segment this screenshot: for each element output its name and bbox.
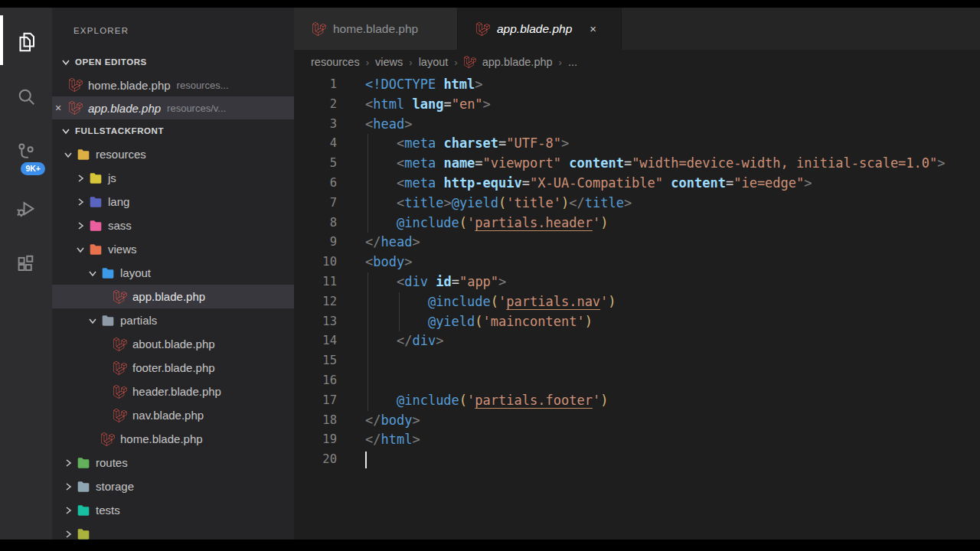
chevron-down-icon [84, 267, 101, 279]
search-icon[interactable] [0, 68, 52, 124]
tree-item-sass[interactable]: sass [52, 214, 294, 237]
tree-item-label: storage [96, 480, 134, 493]
tab-bar: home.blade.phpapp.blade.php× [294, 8, 980, 50]
close-icon[interactable]: × [52, 102, 64, 114]
tree-item-footer-blade-php[interactable]: footer.blade.php [52, 356, 294, 380]
code-token: ' [467, 215, 475, 230]
line-number: 4 [294, 134, 337, 154]
line-number: 11 [294, 272, 337, 292]
tree-item-layout[interactable]: layout [52, 261, 294, 285]
line-number: 5 [294, 154, 337, 174]
code-token: < [397, 135, 404, 151]
line-content: </div> [365, 331, 443, 351]
tree-item-nav-blade-php[interactable]: nav.blade.php [52, 403, 294, 427]
breadcrumb-separator: › [366, 57, 369, 68]
open-editor-item[interactable]: ×app.blade.phpresources/v... [52, 96, 294, 119]
vscode-window: 9K+ EXPLORER OPEN EDITORS home.blade.php… [0, 8, 980, 540]
tree-item-label: sass [108, 219, 132, 232]
blade-partial-link[interactable]: partials.nav [506, 294, 600, 309]
tree-item-home-blade-php[interactable]: home.blade.php [52, 427, 294, 451]
breadcrumb-item[interactable]: ... [568, 56, 577, 68]
code-token: @include [428, 294, 491, 309]
code-token [365, 294, 428, 309]
breadcrumb-item[interactable]: views [375, 56, 403, 68]
workspace-header[interactable]: FULLSTACKFRONT [52, 119, 294, 142]
open-editors-header[interactable]: OPEN EDITORS [52, 51, 294, 73]
code-token [365, 215, 397, 230]
breadcrumb-item[interactable]: app.blade.php [482, 56, 553, 68]
code-token [365, 314, 428, 329]
code-line-20: 20 [294, 450, 980, 470]
breadcrumb-item[interactable]: resources [311, 56, 360, 68]
tree-item-views[interactable]: views [52, 237, 294, 261]
code-token: @include [397, 393, 459, 408]
tree-item-resources[interactable]: resources [52, 142, 294, 166]
code-token: > [412, 412, 420, 428]
source-control-icon[interactable]: 9K+ [0, 124, 52, 180]
code-token: charset [443, 135, 498, 151]
tree-item-label: js [108, 171, 116, 184]
tree-item-storage[interactable]: storage [52, 474, 294, 498]
code-token: content [671, 175, 726, 191]
open-editor-path: resources/v... [167, 103, 226, 114]
breadcrumb-item[interactable]: layout [419, 56, 449, 68]
explorer-icon[interactable] [0, 12, 52, 68]
line-content: </body> [365, 411, 420, 431]
laravel-icon [464, 56, 476, 68]
code-token: </ [365, 234, 381, 249]
code-token: body [373, 254, 404, 269]
tab-app-blade-php[interactable]: app.blade.php× [458, 8, 622, 50]
line-content: <meta http-equiv="X-UA-Compatible" conte… [365, 174, 812, 194]
code-token: "width=device-width, initial-scale=1.0" [632, 155, 937, 171]
close-icon[interactable]: × [590, 22, 596, 35]
tree-item-label: tests [96, 504, 120, 517]
tab-home-blade-php[interactable]: home.blade.php [294, 8, 458, 50]
code-token: = [443, 96, 451, 112]
run-debug-icon[interactable] [0, 180, 52, 236]
blade-partial-link[interactable]: partials.header [475, 215, 593, 230]
line-content: </head> [365, 233, 420, 253]
code-token: > [475, 77, 482, 92]
tree-item-about-blade-php[interactable]: about.blade.php [52, 332, 294, 356]
code-token: ( [459, 215, 467, 230]
line-content: <!DOCTYPE html> [365, 75, 483, 95]
folder-icon-partials [101, 314, 115, 328]
laravel-icon [113, 385, 127, 399]
tree-item-header-blade-php[interactable]: header.blade.php [52, 380, 294, 403]
line-number: 7 [294, 194, 337, 214]
code-token [365, 333, 397, 348]
code-token: html [443, 77, 475, 92]
indent-guide [368, 391, 368, 411]
tree-item-js[interactable]: js [52, 166, 294, 190]
chevron-right-icon [72, 172, 89, 184]
code-token: > [404, 254, 412, 269]
code-token: <!DOCTYPE [365, 77, 436, 92]
blade-partial-link[interactable]: partials.footer [475, 393, 593, 408]
code-token: "app" [459, 274, 498, 289]
code-line-15: 15 [294, 351, 980, 371]
chevron-right-icon [60, 528, 77, 540]
code-line-4: 4 <meta charset="UTF-8"> [294, 134, 980, 154]
tree-item-tests[interactable]: tests [52, 498, 294, 522]
laravel-icon [312, 22, 326, 36]
indent-guide [368, 194, 368, 214]
tab-label: home.blade.php [333, 22, 418, 36]
tree-item-lang[interactable]: lang [52, 190, 294, 214]
line-number: 12 [294, 292, 337, 312]
tree-item-clipped[interactable] [52, 522, 294, 540]
code-token: < [365, 116, 373, 132]
code-token: < [397, 195, 404, 210]
chevron-down-icon [60, 125, 72, 137]
line-number: 9 [294, 233, 337, 253]
code-token: content [569, 155, 624, 171]
breadcrumb: resources›views›layout›app.blade.php›... [294, 50, 980, 74]
tree-item-app-blade-php[interactable]: app.blade.php [52, 285, 294, 308]
tree-item-partials[interactable]: partials [52, 308, 294, 332]
code-token [365, 175, 397, 191]
tree-item-routes[interactable]: routes [52, 451, 294, 474]
code-token: < [397, 175, 404, 191]
code-editor[interactable]: 1<!DOCTYPE html>2<html lang="en">3<head>… [294, 74, 980, 540]
folder-icon-storage [77, 480, 90, 494]
extensions-icon[interactable] [0, 236, 52, 292]
open-editor-item[interactable]: home.blade.phpresources... [52, 73, 294, 96]
